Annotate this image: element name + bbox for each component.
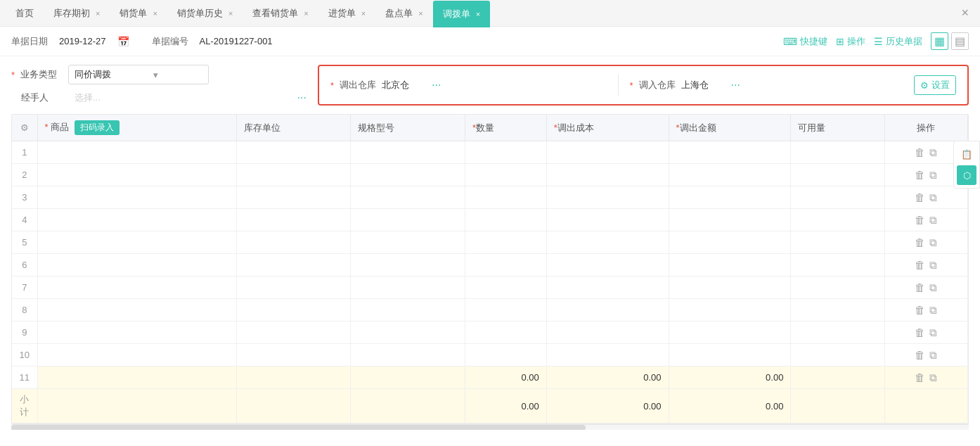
cell-unit-1[interactable] — [236, 141, 351, 164]
handler-select[interactable]: 选择... — [75, 91, 101, 104]
handler-more-button[interactable]: ··· — [297, 91, 307, 104]
tab-sales-history-close[interactable]: × — [228, 9, 233, 18]
cell-amount-2[interactable] — [669, 164, 791, 186]
cell-product-4[interactable] — [37, 209, 236, 231]
cell-product-8[interactable] — [37, 299, 236, 321]
cell-available-8[interactable] — [791, 299, 885, 321]
cell-cost-1[interactable] — [546, 141, 669, 164]
actions-button[interactable]: ⊞ 操作 — [836, 35, 865, 48]
calendar-icon[interactable]: 📅 — [117, 36, 129, 47]
cell-available-11[interactable] — [791, 367, 885, 389]
delete-icon-1[interactable]: 🗑 — [915, 146, 925, 158]
copy-icon-5[interactable]: ⧉ — [929, 236, 937, 249]
cell-available-3[interactable] — [791, 186, 885, 209]
scan-button[interactable]: 扫码录入 — [75, 120, 120, 135]
tab-inventory-check[interactable]: 盘点单 × — [375, 0, 432, 27]
shortcuts-button[interactable]: ⌨ 快捷键 — [783, 35, 827, 48]
cell-cost-3[interactable] — [546, 186, 669, 209]
cell-product-6[interactable] — [37, 254, 236, 276]
cell-amount-11[interactable]: 0.00 — [669, 367, 791, 389]
cell-qty-4[interactable] — [465, 209, 546, 231]
cell-spec-11[interactable] — [351, 367, 465, 389]
delete-icon-4[interactable]: 🗑 — [915, 214, 925, 226]
delete-icon-6[interactable]: 🗑 — [915, 259, 925, 271]
cell-cost-8[interactable] — [546, 299, 669, 321]
cell-amount-6[interactable] — [669, 254, 791, 276]
cell-qty-11[interactable]: 0.00 — [465, 367, 546, 389]
warehouse-in-more-button[interactable]: ··· — [731, 79, 740, 91]
cell-cost-2[interactable] — [546, 164, 669, 186]
copy-icon-2[interactable]: ⧉ — [929, 169, 937, 181]
cell-unit-9[interactable] — [236, 321, 351, 344]
cell-cost-9[interactable] — [546, 321, 669, 344]
cell-unit-10[interactable] — [236, 344, 351, 367]
delete-icon-11[interactable]: 🗑 — [915, 371, 925, 383]
gear-icon[interactable]: ⚙ — [20, 122, 29, 133]
cell-amount-9[interactable] — [669, 321, 791, 344]
copy-icon-1[interactable]: ⧉ — [929, 146, 937, 159]
tab-inventory-check-close[interactable]: × — [418, 9, 423, 18]
cell-spec-8[interactable] — [351, 299, 465, 321]
tab-view-sales-close[interactable]: × — [304, 9, 308, 18]
delete-icon-7[interactable]: 🗑 — [915, 281, 925, 293]
cell-product-3[interactable] — [37, 186, 236, 209]
cell-available-4[interactable] — [791, 209, 885, 231]
cell-cost-4[interactable] — [546, 209, 669, 231]
cell-available-1[interactable] — [791, 141, 885, 164]
copy-icon-9[interactable]: ⧉ — [929, 326, 937, 339]
delete-icon-2[interactable]: 🗑 — [915, 169, 925, 181]
settings-button[interactable]: ⚙ 设置 — [914, 75, 956, 95]
tab-transfer-order[interactable]: 调拨单 × — [433, 1, 490, 27]
cell-amount-8[interactable] — [669, 299, 791, 321]
tab-view-sales[interactable]: 查看销货单 × — [243, 0, 318, 27]
cell-spec-1[interactable] — [351, 141, 465, 164]
cell-cost-6[interactable] — [546, 254, 669, 276]
cell-product-9[interactable] — [37, 321, 236, 344]
delete-icon-3[interactable]: 🗑 — [915, 191, 925, 203]
tab-transfer-order-close[interactable]: × — [476, 10, 480, 18]
cell-amount-10[interactable] — [669, 344, 791, 367]
delete-icon-9[interactable]: 🗑 — [915, 326, 925, 338]
cell-unit-11[interactable] — [236, 367, 351, 389]
copy-icon-7[interactable]: ⧉ — [929, 281, 937, 294]
delete-icon-5[interactable]: 🗑 — [915, 236, 925, 248]
layout1-icon[interactable]: ▦ — [931, 32, 948, 50]
cell-available-5[interactable] — [791, 231, 885, 254]
cell-qty-8[interactable] — [465, 299, 546, 321]
cell-amount-3[interactable] — [669, 186, 791, 209]
cell-cost-11[interactable]: 0.00 — [546, 367, 669, 389]
tab-home[interactable]: 首页 — [6, 0, 44, 27]
th-gear[interactable]: ⚙ — [12, 115, 37, 141]
tab-inventory-init-close[interactable]: × — [96, 9, 100, 18]
cell-product-11[interactable] — [37, 367, 236, 389]
cell-spec-4[interactable] — [351, 209, 465, 231]
cell-available-9[interactable] — [791, 321, 885, 344]
history-button[interactable]: ☰ 历史单据 — [874, 35, 922, 48]
cell-unit-8[interactable] — [236, 299, 351, 321]
tab-sales-order-close[interactable]: × — [153, 9, 157, 18]
copy-icon-11[interactable]: ⧉ — [929, 371, 937, 384]
cell-product-1[interactable] — [37, 141, 236, 164]
cell-spec-5[interactable] — [351, 231, 465, 254]
copy-icon-6[interactable]: ⧉ — [929, 259, 937, 272]
cell-unit-6[interactable] — [236, 254, 351, 276]
cell-unit-4[interactable] — [236, 209, 351, 231]
cell-qty-5[interactable] — [465, 231, 546, 254]
cell-qty-3[interactable] — [465, 186, 546, 209]
cell-qty-10[interactable] — [465, 344, 546, 367]
cell-available-2[interactable] — [791, 164, 885, 186]
copy-icon-8[interactable]: ⧉ — [929, 304, 937, 317]
delete-icon-8[interactable]: 🗑 — [915, 304, 925, 316]
warehouse-out-more-button[interactable]: ··· — [432, 79, 441, 91]
cell-qty-2[interactable] — [465, 164, 546, 186]
cell-spec-3[interactable] — [351, 186, 465, 209]
right-panel-doc-icon[interactable]: 📋 — [957, 144, 976, 164]
tab-sales-order[interactable]: 销货单 × — [110, 0, 167, 27]
cell-qty-1[interactable] — [465, 141, 546, 164]
tab-inventory-init[interactable]: 库存期初 × — [44, 0, 110, 27]
cell-product-7[interactable] — [37, 276, 236, 299]
horizontal-scrollbar[interactable] — [11, 424, 969, 430]
delete-icon-10[interactable]: 🗑 — [915, 349, 925, 361]
cell-unit-3[interactable] — [236, 186, 351, 209]
cell-product-5[interactable] — [37, 231, 236, 254]
